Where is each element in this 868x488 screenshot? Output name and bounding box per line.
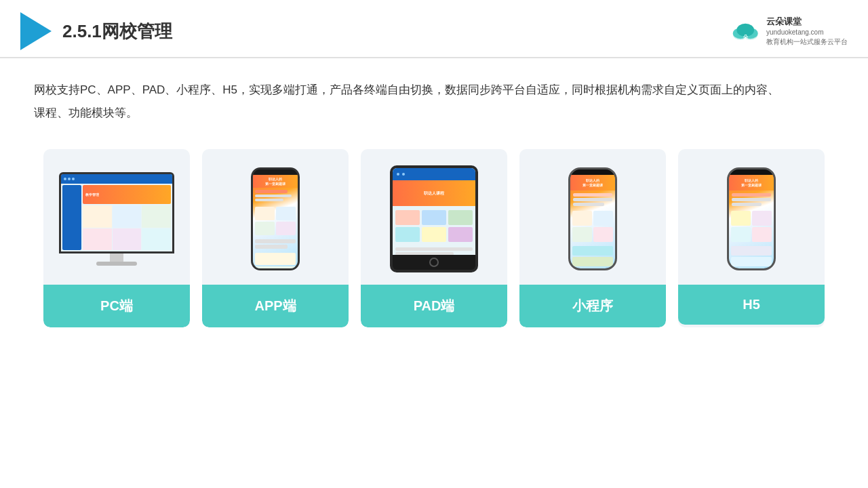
card-app-image: 职达人的第一堂刷题课: [202, 149, 349, 285]
card-pad-label: PAD端: [361, 285, 507, 327]
card-miniprogram: 职达人的第一堂刷题课: [519, 149, 666, 327]
header-left: 2.5.1网校管理: [20, 12, 172, 50]
pad-tablet-icon: 职达人课程: [390, 165, 478, 272]
card-pc-label: PC端: [43, 285, 190, 327]
card-pad: 职达人课程: [361, 149, 507, 327]
logo-triangle-icon: [20, 12, 52, 50]
description-text: 网校支持PC、APP、PAD、小程序、H5，实现多端打通，产品各终端自由切换，数…: [34, 79, 780, 125]
brand-name-label: 云朵课堂: [766, 16, 848, 28]
card-app-label: APP端: [202, 285, 349, 327]
app-phone-icon: 职达人的第一堂刷题课: [251, 167, 300, 270]
card-h5-image: 职达人的第一堂刷题课: [678, 149, 825, 285]
brand-tagline: 教育机构一站式服务云平台: [766, 37, 848, 47]
card-pc: 教学管理: [43, 149, 190, 327]
header: 2.5.1网校管理 朵 云朵课堂 yunduoketang.com 教育机构一站…: [0, 0, 868, 58]
brand-logo: 朵 云朵课堂 yunduoketang.com 教育机构一站式服务云平台: [730, 16, 848, 47]
card-h5: 职达人的第一堂刷题课: [678, 149, 825, 327]
h5-phone-icon: 职达人的第一堂刷题课: [727, 167, 776, 270]
cards-section: 教学管理: [34, 149, 834, 327]
brand-url: yunduoketang.com: [766, 28, 848, 37]
card-pc-image: 教学管理: [43, 149, 190, 285]
card-app: 职达人的第一堂刷题课: [202, 149, 349, 327]
card-h5-label: H5: [678, 285, 825, 325]
card-miniprogram-label: 小程序: [519, 285, 666, 327]
card-miniprogram-image: 职达人的第一堂刷题课: [519, 149, 666, 285]
pc-monitor-icon: 教学管理: [59, 172, 174, 266]
brand-text: 云朵课堂 yunduoketang.com 教育机构一站式服务云平台: [766, 16, 848, 47]
miniprogram-phone-icon: 职达人的第一堂刷题课: [568, 167, 617, 270]
cloud-icon: 朵: [730, 19, 762, 43]
svg-text:朵: 朵: [743, 34, 749, 40]
card-pad-image: 职达人课程: [361, 149, 507, 285]
main-content: 网校支持PC、APP、PAD、小程序、H5，实现多端打通，产品各终端自由切换，数…: [0, 58, 868, 341]
page-title: 2.5.1网校管理: [62, 20, 172, 43]
header-right: 朵 云朵课堂 yunduoketang.com 教育机构一站式服务云平台: [730, 16, 848, 47]
